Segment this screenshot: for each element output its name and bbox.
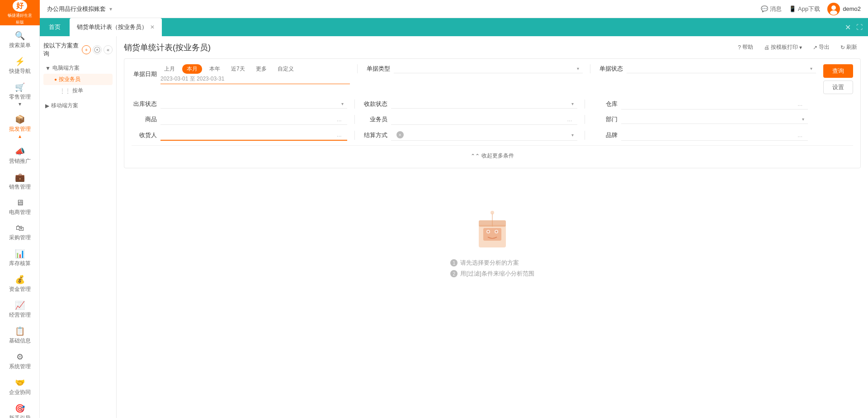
date-btn-more[interactable]: 更多: [252, 64, 270, 74]
tree-subitem-by-order[interactable]: ⋮⋮ 按单: [43, 85, 113, 96]
user-profile[interactable]: demo2: [827, 3, 861, 15]
tree-item-by-staff[interactable]: ● 按业务员: [43, 74, 113, 85]
date-btn-thisyear[interactable]: 本年: [206, 64, 224, 74]
separator-4: [585, 100, 585, 109]
sidebar-item-search[interactable]: 🔍 搜索菜单: [0, 27, 39, 53]
filter-row-3: 商品 ... 业务员 ... 部门: [132, 114, 853, 125]
sidebar-label-operations: 经营管理: [9, 311, 31, 319]
basic-icon: 📋: [15, 326, 25, 336]
mobile-group-header[interactable]: ▶ 移动端方案: [43, 100, 113, 111]
product-input[interactable]: ...: [160, 114, 347, 125]
svg-point-11: [495, 231, 497, 233]
sales-icon: 💼: [15, 172, 25, 182]
brand-input[interactable]: ...: [621, 130, 808, 141]
brand-dots[interactable]: ...: [796, 132, 804, 138]
topbar-title: 办公用品行业模拟账套: [47, 5, 106, 13]
date-label: 单据日期: [132, 70, 157, 78]
print-label: 按模板打印: [771, 43, 798, 51]
date-btn-custom[interactable]: 自定义: [274, 64, 297, 74]
user-name: demo2: [843, 5, 861, 12]
filter-product: 商品 ...: [132, 114, 347, 125]
sidebar-item-sales[interactable]: 💼 销售管理: [0, 169, 39, 195]
settlement-tag-close[interactable]: ×: [396, 131, 404, 138]
collect-status-select[interactable]: ▾: [391, 100, 578, 109]
retail-icon: 🛒: [15, 82, 25, 92]
app-logo: 好 畅捷通好生意 标版: [0, 0, 40, 25]
date-btn-lastmonth[interactable]: 上月: [160, 64, 179, 74]
svg-point-10: [487, 231, 489, 233]
collapse-panel-btn[interactable]: «: [104, 45, 113, 54]
sidebar-item-ecommerce[interactable]: 🖥 电商管理: [0, 195, 39, 220]
sidebar-label-sales: 销售管理: [9, 183, 31, 191]
doc-type-select[interactable]: ▾: [394, 64, 583, 73]
message-button[interactable]: 💬 消息: [761, 5, 782, 13]
add-scheme-btn[interactable]: +: [82, 45, 91, 54]
settlement-select[interactable]: × ▾: [391, 129, 578, 141]
separator-3: [354, 100, 355, 109]
sidebar-item-finance[interactable]: 💰 资金管理: [0, 271, 39, 297]
sidebar-item-system[interactable]: ⚙ 系统管理: [0, 348, 39, 374]
sidebar-item-marketing[interactable]: 📣 营销推广: [0, 143, 39, 169]
separator-8: [585, 131, 585, 140]
settlement-dropdown-icon: ▾: [571, 133, 574, 138]
doc-status-select[interactable]: ▾: [627, 64, 816, 73]
date-btn-thismonth[interactable]: 本月: [182, 64, 202, 74]
sidebar-item-wholesale[interactable]: 📦 批发管理 ▴: [0, 111, 39, 143]
app-download-label: App下载: [798, 5, 820, 13]
consignee-dots[interactable]: ...: [335, 131, 344, 138]
order-icon: ⋮⋮: [60, 88, 71, 94]
sidebar-item-guide[interactable]: 🎯 新手引导: [0, 400, 39, 418]
sidebar-item-quicknav[interactable]: ⚡ 快捷导航: [0, 53, 39, 79]
app-download-button[interactable]: 📱 App下载: [789, 5, 820, 13]
logo-icon: 好: [13, 0, 27, 12]
sidebar-item-inventory[interactable]: 📊 库存核算: [0, 245, 39, 271]
sidebar-item-purchase[interactable]: 🛍 采购管理: [0, 220, 39, 245]
tab-sales-report[interactable]: 销货单统计表（按业务员） ✕: [70, 18, 162, 36]
out-status-select[interactable]: ▾: [160, 100, 347, 109]
user-avatar: [827, 3, 840, 15]
wholesale-expand-icon: ▴: [19, 133, 21, 139]
collapse-btn[interactable]: ⌃⌃ 收起更多条件: [468, 149, 517, 162]
dept-select[interactable]: ▾: [621, 115, 808, 124]
sidebar-item-cooperation[interactable]: 🤝 企业协同: [0, 374, 39, 400]
topbar-dropdown[interactable]: ▾: [109, 6, 112, 12]
message-icon: 💬: [761, 5, 768, 12]
settings-button[interactable]: 设置: [823, 81, 853, 94]
sidebar-item-retail[interactable]: 🛒 零售管理 ▾: [0, 79, 39, 111]
sidebar-label-basic: 基础信息: [9, 337, 31, 345]
tab-close-icon[interactable]: ✕: [150, 24, 155, 30]
warehouse-input[interactable]: ...: [621, 99, 808, 109]
action-buttons: 查询 设置: [823, 64, 853, 94]
separator-2: [590, 64, 590, 73]
refresh-btn[interactable]: ↻ 刷新: [837, 42, 861, 53]
refresh-icon: ↻: [840, 44, 845, 51]
brand-label: 品牌: [592, 131, 618, 139]
tab-home[interactable]: 首页: [40, 18, 70, 36]
active-indicator: ●: [54, 77, 57, 82]
sidebar-nav: 🔍 搜索菜单 ⚡ 快捷导航 🛒 零售管理 ▾ 📦 批发管理 ▴ 📣 营销推广 💼…: [0, 25, 39, 418]
product-dots[interactable]: ...: [335, 116, 344, 123]
empty-hint-1: 1 请先选择要分析的方案: [450, 259, 534, 267]
help-btn[interactable]: ? 帮助: [734, 42, 757, 53]
sidebar-item-basic[interactable]: 📋 基础信息: [0, 323, 39, 348]
window-maximize-btn[interactable]: ⛶: [856, 24, 863, 31]
edit-scheme-btn[interactable]: [93, 45, 102, 54]
consignee-input[interactable]: ...: [160, 129, 347, 141]
warehouse-dots[interactable]: ...: [796, 100, 804, 107]
export-btn[interactable]: ↗ 导出: [809, 42, 833, 53]
query-button[interactable]: 查询: [823, 64, 853, 78]
separator-6: [585, 115, 585, 124]
right-content: 销货单统计表(按业务员) ? 帮助 🖨 按模板打印 ▾ ↗ 导出: [117, 36, 868, 418]
sidebar-label-purchase: 采购管理: [9, 234, 31, 242]
logo-subtitle: 标版: [16, 19, 24, 25]
staff-dots[interactable]: ...: [566, 116, 574, 123]
pc-group-header[interactable]: ▼ 电脑端方案: [43, 62, 113, 74]
print-btn[interactable]: 🖨 按模板打印 ▾: [760, 42, 806, 53]
left-panel: 按以下方案查询 + « ▼ 电脑端方案: [40, 36, 117, 418]
date-btn-7days[interactable]: 近7天: [227, 64, 249, 74]
empty-state-text: 1 请先选择要分析的方案 2 用[过滤]条件来缩小分析范围: [450, 259, 534, 280]
window-close-btn[interactable]: ✕: [845, 23, 851, 32]
empty-hint-2-text: 用[过滤]条件来缩小分析范围: [460, 270, 534, 278]
sidebar-item-operations[interactable]: 📈 经营管理: [0, 297, 39, 323]
staff-input[interactable]: ...: [391, 114, 578, 125]
